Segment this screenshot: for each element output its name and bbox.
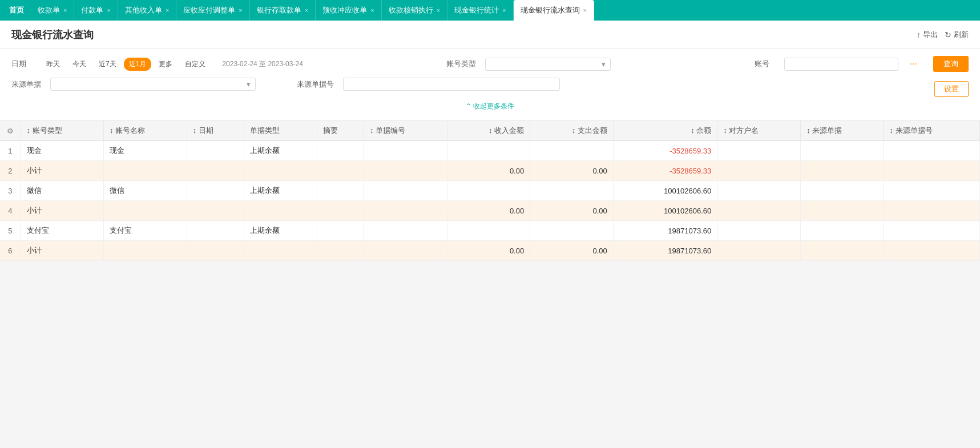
export-button[interactable]: ↑ 导出 — [917, 30, 938, 40]
account-no-label: 账号 — [755, 59, 775, 69]
cell-account-type: 支付宝 — [21, 221, 104, 241]
cell-date — [187, 181, 244, 201]
cell-date — [187, 141, 244, 161]
col-gear[interactable]: ⚙ — [0, 121, 21, 141]
date-btn-7days[interactable]: 近7天 — [94, 58, 122, 71]
page-header: 现金银行流水查询 ↑ 导出 ↻ 刷新 — [0, 21, 980, 49]
cell-expense: 0.00 — [530, 161, 614, 181]
cell-doc-no — [364, 201, 447, 221]
date-btn-custom[interactable]: 自定义 — [180, 58, 211, 71]
cell-source-doc — [800, 181, 884, 201]
date-range-display: 2023-02-24 至 2023-03-24 — [222, 59, 303, 69]
cell-counterpart — [717, 181, 801, 201]
cell-doc-no — [364, 161, 447, 181]
export-icon: ↑ — [917, 30, 921, 39]
account-no-dots[interactable]: ··· — [908, 59, 919, 69]
table-body: 1现金现金上期余额-3528659.332小计0.000.00-3528659.… — [0, 141, 980, 261]
cell-doc-no — [364, 221, 447, 241]
cell-account-name — [104, 241, 187, 261]
source-doc-no-input[interactable] — [343, 78, 560, 91]
source-doc-select[interactable]: ▾ — [50, 78, 256, 91]
cell-account-name — [104, 161, 187, 181]
nav-tab-0[interactable]: 收款单 × — [31, 0, 74, 21]
account-type-select[interactable]: ▾ — [485, 58, 611, 71]
cell-doc-type — [244, 161, 317, 181]
close-tab-1[interactable]: × — [107, 7, 110, 14]
date-btn-today[interactable]: 今天 — [67, 58, 91, 71]
cell-doc-type: 上期余额 — [244, 141, 317, 161]
cell-account-type: 小计 — [21, 161, 104, 181]
cell-account-type: 微信 — [21, 181, 104, 201]
table-row: 1现金现金上期余额-3528659.33 — [0, 141, 980, 161]
close-tab-6[interactable]: × — [437, 7, 440, 14]
row-num: 4 — [0, 201, 21, 221]
close-tab-0[interactable]: × — [63, 7, 67, 14]
cell-source-doc — [800, 241, 884, 261]
cell-source-doc-no — [884, 161, 980, 181]
close-tab-5[interactable]: × — [370, 7, 374, 14]
table-row: 5支付宝支付宝上期余额19871073.60 — [0, 221, 980, 241]
cell-source-doc-no — [884, 181, 980, 201]
nav-tab-6[interactable]: 收款核销执行 × — [382, 0, 447, 21]
date-btn-more[interactable]: 更多 — [154, 58, 178, 71]
cell-expense — [530, 141, 614, 161]
col-account-type-label: ↕ 账号类型 — [27, 126, 62, 135]
cell-summary — [317, 201, 364, 221]
cell-counterpart — [717, 241, 801, 261]
cell-counterpart — [717, 201, 801, 221]
close-tab-8[interactable]: × — [583, 7, 587, 14]
cell-expense — [530, 221, 614, 241]
cell-account-name: 支付宝 — [104, 221, 187, 241]
account-type-label: 账号类型 — [446, 59, 476, 69]
filter-row-2: 来源单据 ▾ 来源单据号 — [11, 78, 923, 91]
col-doc-type: 单据类型 — [244, 121, 317, 141]
cell-counterpart — [717, 161, 801, 181]
query-button[interactable]: 查询 — [933, 56, 969, 72]
source-doc-label: 来源单据 — [11, 79, 41, 90]
cell-income: 0.00 — [447, 201, 530, 221]
cell-income: 0.00 — [447, 161, 530, 181]
nav-tab-8[interactable]: 现金银行流水查询 × — [514, 0, 594, 21]
cell-income: 0.00 — [447, 241, 530, 261]
close-tab-2[interactable]: × — [166, 7, 169, 14]
cell-source-doc — [800, 201, 884, 221]
date-btn-yesterday[interactable]: 昨天 — [41, 58, 65, 71]
cell-account-name: 现金 — [104, 141, 187, 161]
nav-tab-3[interactable]: 应收应付调整单 × — [176, 0, 249, 21]
col-summary: 摘要 — [317, 121, 364, 141]
cell-balance: 100102606.60 — [613, 201, 717, 221]
cell-source-doc — [800, 161, 884, 181]
cell-date — [187, 241, 244, 261]
cell-expense: 0.00 — [530, 201, 614, 221]
col-source-doc-no: ↕ 来源单据号 — [884, 121, 980, 141]
col-account-type: ↕ 账号类型 — [21, 121, 104, 141]
account-no-input[interactable] — [784, 58, 898, 71]
cell-expense — [530, 181, 614, 201]
close-tab-3[interactable]: × — [239, 7, 242, 14]
nav-tab-5[interactable]: 预收冲应收单 × — [316, 0, 381, 21]
close-tab-7[interactable]: × — [502, 7, 506, 14]
close-tab-4[interactable]: × — [305, 7, 308, 14]
date-btn-1month[interactable]: 近1月 — [124, 58, 152, 71]
nav-tab-1[interactable]: 付款单 × — [74, 0, 118, 21]
filter-area: 日期 昨天 今天 近7天 近1月 更多 自定义 2023-02-24 至 202… — [0, 49, 980, 121]
cell-balance: -3528659.33 — [613, 161, 717, 181]
row-num: 5 — [0, 221, 21, 241]
nav-tab-4[interactable]: 银行存取款单 × — [250, 0, 316, 21]
settings-button[interactable]: 设置 — [934, 81, 969, 97]
top-nav: 首页 收款单 × 付款单 × 其他收入单 × 应收应付调整单 × 银行存取款单 … — [0, 0, 980, 21]
refresh-button[interactable]: ↻ 刷新 — [945, 30, 969, 40]
col-source-doc: ↕ 来源单据 — [800, 121, 884, 141]
cell-balance: -3528659.33 — [613, 141, 717, 161]
nav-tab-7[interactable]: 现金银行统计 × — [447, 0, 513, 21]
nav-home[interactable]: 首页 — [2, 0, 31, 21]
cell-doc-no — [364, 181, 447, 201]
cell-income — [447, 141, 530, 161]
account-type-arrow: ▾ — [602, 60, 606, 68]
table-row: 6小计0.000.0019871073.60 — [0, 241, 980, 261]
nav-tab-2[interactable]: 其他收入单 × — [118, 0, 176, 21]
cell-source-doc-no — [884, 221, 980, 241]
collapse-bar[interactable]: ⌃ 收起更多条件 — [11, 99, 969, 114]
page-title: 现金银行流水查询 — [11, 28, 94, 42]
table-row: 3微信微信上期余额100102606.60 — [0, 181, 980, 201]
